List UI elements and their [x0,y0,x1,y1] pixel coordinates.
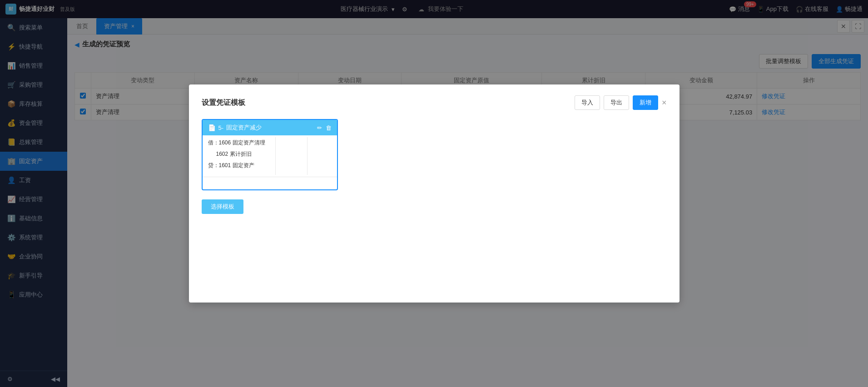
template-doc-icon: 📄 [208,124,216,131]
modal-overlay: 设置凭证模板 导入 导出 新增 × 📄 5-固定资产减少 [0,0,868,387]
entry3-debit [275,160,307,171]
entry2-label: 1602 累计折旧 [203,149,275,160]
template-name: 固定资产减少 [226,124,262,132]
template-card-footer [203,177,337,189]
entry3-credit [307,160,339,171]
modal-close-btn[interactable]: × [662,98,667,108]
entry4-debit [275,171,307,175]
export-btn[interactable]: 导出 [604,95,629,110]
template-entry-row-2: 1602 累计折旧 [203,149,337,160]
template-entry-row-4 [203,171,337,175]
entry2-debit [275,149,307,160]
template-card-title: 📄 5-固定资产减少 [208,124,262,132]
delete-template-icon[interactable]: 🗑 [326,124,332,131]
edit-template-icon[interactable]: ✏ [317,124,322,131]
entry1-credit [307,137,339,149]
template-id: 5- [218,124,224,131]
template-card-actions: ✏ 🗑 [317,124,332,131]
template-entry-row-1: 借：1606 固定资产清理 [203,137,337,149]
entry1-debit [275,137,307,149]
entry2-credit [307,149,339,160]
modal-title: 设置凭证模板 [202,98,245,108]
new-btn[interactable]: 新增 [633,95,658,110]
template-entry-row-3: 贷：1601 固定资产 [203,160,337,171]
select-template-btn[interactable]: 选择模板 [202,199,243,214]
template-card-header: 📄 5-固定资产减少 ✏ 🗑 [203,120,337,135]
modal-body: 📄 5-固定资产减少 ✏ 🗑 借：1606 固定资产清理 [202,119,667,214]
entry4-label [203,171,275,175]
set-voucher-template-modal: 设置凭证模板 导入 导出 新增 × 📄 5-固定资产减少 [189,84,680,303]
template-card-body: 借：1606 固定资产清理 1602 累计折旧 贷：1601 固定资产 [203,135,337,177]
modal-header: 设置凭证模板 导入 导出 新增 × [202,95,667,110]
modal-toolbar: 导入 导出 新增 [575,95,658,110]
entry4-credit [307,171,339,175]
entry1-label: 借：1606 固定资产清理 [203,137,275,149]
entry3-label: 贷：1601 固定资产 [203,160,275,171]
template-card: 📄 5-固定资产减少 ✏ 🗑 借：1606 固定资产清理 [202,119,338,190]
import-btn[interactable]: 导入 [575,95,600,110]
